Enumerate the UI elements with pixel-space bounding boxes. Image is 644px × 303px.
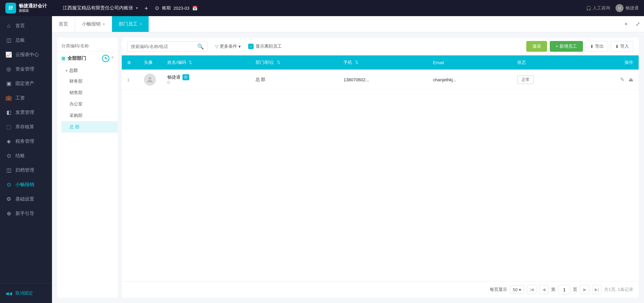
sidebar-item-reports[interactable]: 📈 云报表中心 [0,47,52,62]
col-setting[interactable]: ⚙ [122,55,139,70]
emp-table: ⚙ 头像 姓名/编码 ⇅ [122,55,639,281]
headset-icon: 🎧 [586,6,591,11]
sidebar-bottom: ◀◀ 取消固定 [0,283,52,303]
filter-button[interactable]: ▽ 更多条件 ▾ [211,41,245,51]
cell-avatar [139,70,162,90]
dept-node-finance[interactable]: 财务部 [61,76,118,87]
dept-all-button[interactable]: ⊞ 全部部门 ✎ « [57,51,118,66]
sidebar-item-label: 税务管理 [15,138,34,144]
add-employee-button[interactable]: + 新增员工 [550,41,583,52]
avatar: U [615,4,624,12]
tab-xiaochang[interactable]: 小畅报销 × [75,16,112,32]
page-input[interactable] [558,285,570,294]
employee-table: ⚙ 头像 姓名/编码 ⇅ [122,55,639,90]
reports-icon: 📈 [5,51,12,58]
table-row: 1 [122,70,639,90]
show-resigned-toggle[interactable]: ✓ 显示离职员工 [248,43,282,49]
tab-home[interactable]: 首页 [52,16,75,32]
sidebar-item-label: 结账 [15,153,25,159]
first-page-button[interactable]: |◀ [527,285,536,294]
sort-name-icon: ⇅ [189,60,192,65]
add-button[interactable]: ＋ [143,4,149,12]
cell-actions: ✎ ⏏ [580,70,639,90]
ledger-icon: ◫ [5,37,12,43]
sidebar-item-label: 资金管理 [15,66,34,72]
grid-icon: ⊞ [61,56,65,61]
user-menu[interactable]: U 畅捷通 [615,4,639,12]
guide-icon: ⊕ [5,210,12,217]
sidebar-item-label: 库存核算 [15,124,34,130]
dept-search-input[interactable] [61,43,118,48]
tax-icon: ◈ [5,138,12,144]
status-badge: 正常 [517,76,534,84]
col-avatar: 头像 [139,55,162,70]
app-logo: 好 畅捷通好会计 旗舰版 [5,3,57,13]
sidebar-item-tax[interactable]: ◈ 税务管理 [0,134,52,148]
table-header: ⚙ 头像 姓名/编码 ⇅ [122,55,639,70]
topbar-actions: ＋ ⚙ [143,4,159,12]
close-tab-button[interactable]: × [621,21,632,27]
resigned-checkbox[interactable]: ✓ [248,44,254,49]
calendar-icon[interactable]: 📅 [192,6,198,11]
company-name[interactable]: 江西服宝精品有限责任公司内账张 ▾ [63,5,138,11]
sidebar-item-ledger[interactable]: ◫ 总账 [0,33,52,47]
next-page-button[interactable]: ▶ [580,285,589,294]
sidebar-item-guide[interactable]: ⊕ 新手引导 [0,206,52,221]
sidebar: ⌂ 首页 ◫ 总账 📈 云报表中心 ◎ 资金管理 ▣ 固定资产 💼 工资 ◧ 发… [0,16,52,303]
support-button[interactable]: 🎧 人工咨询 [586,5,610,11]
sidebar-item-invoice[interactable]: ◧ 发票管理 [0,105,52,120]
dept-node-general[interactable]: 总 部 [61,121,118,133]
avatar [144,74,156,86]
invoice-icon: ◧ [5,109,12,116]
sidebar-item-label: 归档管理 [15,167,34,173]
expand-tab-button[interactable]: ⤢ [632,21,644,27]
emp-toolbar: 🔍 ▽ 更多条件 ▾ ✓ 显示离职员工 邀请 [122,38,639,55]
search-icon: 🔍 [197,43,204,50]
tab-close-dept-emp[interactable]: × [140,22,142,27]
capital-icon: ◎ [5,66,12,72]
export-icon: ⬆ [590,44,594,49]
archive-icon: ◫ [5,167,12,173]
col-phone[interactable]: 手机 ⇅ [338,55,428,70]
sidebar-item-label: 固定资产 [15,81,34,87]
col-name[interactable]: 姓名/编码 ⇅ [162,55,250,70]
dept-collapse-button[interactable]: « [111,55,114,62]
tab-dept-emp[interactable]: 部门员工 × [112,16,149,32]
sidebar-item-settings[interactable]: ⚙ 基础设置 [0,192,52,206]
emp-footer: 每页显示 50 ▾ |◀ ◀ 第 页 ▶ ▶| 共1页, 1条记录 [122,281,639,298]
page-size-dropdown-icon: ▾ [519,287,521,292]
sidebar-item-closing[interactable]: ⊙ 结账 [0,148,52,163]
emp-search-input[interactable] [131,44,195,49]
topbar: 好 畅捷通好会计 旗舰版 江西服宝精品有限责任公司内账张 ▾ ＋ ⚙ 账期 20… [0,0,644,16]
salary-icon: 💼 [5,95,12,101]
export-button[interactable]: ⬆ 导出 [586,41,608,52]
dept-node-purchase[interactable]: 采购部 [61,110,118,121]
edit-employee-button[interactable]: ✎ [620,77,625,83]
sidebar-item-salary[interactable]: 💼 工资 [0,91,52,105]
delete-employee-button[interactable]: ⏏ [629,77,633,83]
emp-layout: 🔍 ⊞ 全部部门 ✎ « ▾ 总部 [57,38,639,298]
sidebar-item-inventory[interactable]: ⬚ 库存核算 [0,120,52,134]
company-dropdown-arrow[interactable]: ▾ [136,6,138,10]
sidebar-item-home[interactable]: ⌂ 首页 [0,19,52,33]
sidebar-item-assets[interactable]: ▣ 固定资产 [0,76,52,91]
invite-button[interactable]: 邀请 [526,41,547,52]
tab-close-xiaochang[interactable]: × [103,22,105,27]
settings-icon[interactable]: ⚙ [155,5,159,11]
col-email: Email [428,55,512,70]
page-size-select[interactable]: 50 ▾ [510,286,524,294]
last-page-button[interactable]: ▶| [592,285,601,294]
sidebar-item-archive[interactable]: ◫ 归档管理 [0,163,52,177]
sidebar-item-capital[interactable]: ◎ 资金管理 [0,62,52,76]
dept-root-node[interactable]: ▾ 总部 [61,66,118,76]
col-dept[interactable]: 部门/职位 ⇅ [250,55,338,70]
dept-node-office[interactable]: 办公室 [61,98,118,110]
prev-page-button[interactable]: ◀ [539,285,548,294]
cell-email: chanjethkj... [428,70,512,90]
cancel-fixed-button[interactable]: ◀◀ 取消固定 [0,287,52,300]
sidebar-item-xiaochang[interactable]: ⊙ 小畅报销 [0,177,52,192]
dept-edit-button[interactable]: ✎ [102,55,109,62]
import-button[interactable]: ⬇ 导入 [611,41,633,52]
accounting-period: 账期 2023-03 📅 [162,5,198,11]
dept-node-sales[interactable]: 销售部 [61,87,118,98]
